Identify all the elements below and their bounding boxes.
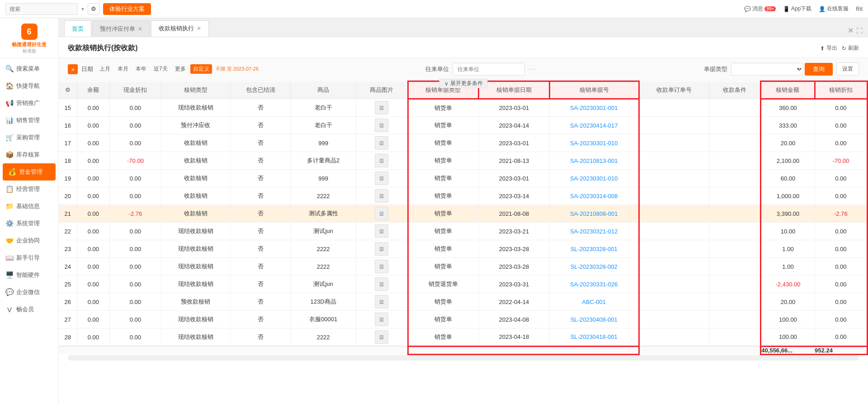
sidebar: 6 畅捷通谱好生意 标准版 🔍 搜索菜单 🏠 快捷导航 📢 营销推广 📊 销售管…	[0, 18, 59, 404]
dropdown-arrow-icon[interactable]: ▾	[81, 6, 84, 12]
row-writeoff-amount: 20.00	[761, 293, 815, 311]
window-maximize-icon[interactable]: ⛶	[856, 27, 863, 34]
expand-filter-button[interactable]: »	[68, 64, 78, 74]
wechat-icon: 💬	[5, 288, 14, 296]
row-balance: 0.00	[77, 258, 110, 276]
sidebar-item-operation[interactable]: 📋 经营管理	[0, 181, 58, 198]
sidebar-item-sales[interactable]: 📊 销售管理	[0, 112, 58, 129]
row-writeoff-amount: 1.00	[761, 258, 815, 276]
tab-writeoff-close-icon[interactable]: ✕	[197, 25, 201, 32]
row-cash-discount: 0.00	[110, 117, 161, 134]
horizontal-scrollbar[interactable]	[68, 355, 859, 361]
column-settings-icon[interactable]: ⚙	[65, 86, 71, 93]
sidebar-item-hardware[interactable]: 🖥️ 智能硬件	[0, 266, 58, 284]
row-voucher-no[interactable]: SA-20230321-012	[549, 223, 639, 240]
row-voucher-no[interactable]: SA-20230301-010	[549, 170, 639, 187]
finance-icon: 💰	[8, 168, 16, 176]
row-number: 24	[59, 258, 77, 276]
settings-gear-btn[interactable]: ⚙	[88, 3, 99, 15]
row-goods-img: 🖼	[356, 170, 408, 187]
sidebar-item-collab[interactable]: 🤝 企业协同	[0, 232, 58, 249]
row-voucher-no[interactable]: SA-20210813-001	[549, 152, 639, 170]
row-voucher-no[interactable]: SL-20230418-001	[549, 328, 639, 347]
counterpart-dots-icon[interactable]: ···	[528, 65, 537, 73]
query-button[interactable]: 查询	[805, 63, 833, 76]
row-goods: 老白干	[291, 99, 356, 117]
date-chip-7days[interactable]: 近7天	[151, 64, 170, 74]
tab-home[interactable]: 首页	[64, 20, 91, 37]
sidebar-item-inventory[interactable]: 📦 库存核算	[0, 146, 58, 163]
sidebar-item-base[interactable]: 📁 基础信息	[0, 198, 58, 215]
sidebar-item-wechat[interactable]: 💬 企业微信	[0, 284, 58, 301]
row-voucher-no[interactable]: SA-20230301-001	[549, 99, 639, 117]
row-voucher-no[interactable]: ABC-001	[549, 293, 639, 311]
sidebar-label-guide: 新手引导	[16, 254, 40, 262]
export-button[interactable]: ⬆ 导出	[820, 44, 837, 52]
sidebar-item-purchase[interactable]: 🛒 采购管理	[0, 129, 58, 146]
sidebar-item-search[interactable]: 🔍 搜索菜单	[0, 60, 58, 77]
top-search-input[interactable]	[5, 3, 78, 15]
expand-more-button[interactable]: ∨ 展开更多条件	[439, 79, 488, 88]
sidebar-item-shortcut[interactable]: 🏠 快捷导航	[0, 77, 58, 95]
tab-prepay-close-icon[interactable]: ✕	[138, 26, 142, 32]
row-number: 17	[59, 134, 77, 152]
row-voucher-no[interactable]: SL-20230408-001	[549, 311, 639, 328]
row-writeoff-discount: 0.00	[815, 223, 867, 240]
row-cash-discount: 0.00	[110, 134, 161, 152]
brand-area: 6 畅捷通谱好生意 标准版	[0, 18, 58, 58]
row-cash-discount: -70.00	[110, 152, 161, 170]
refresh-button[interactable]: ↻ 刷新	[842, 44, 859, 52]
date-chip-last-month[interactable]: 上月	[97, 64, 113, 74]
row-goods-img: 🖼	[356, 293, 408, 311]
row-receipt-order-no	[639, 223, 709, 240]
row-voucher-type: 销货单	[408, 152, 479, 170]
sidebar-item-system[interactable]: ⚙️ 系统管理	[0, 215, 58, 232]
sidebar-item-guide[interactable]: 📖 新手引导	[0, 249, 58, 266]
row-voucher-date: 2023-03-01	[479, 170, 550, 187]
goods-image: 🖼	[375, 242, 388, 256]
date-chip-more[interactable]: 更多	[172, 64, 189, 74]
row-receipt-order-no	[639, 170, 709, 187]
expand-more-label: 展开更多条件	[450, 80, 483, 87]
sidebar-item-marketing[interactable]: 📢 营销推广	[0, 95, 58, 112]
voucher-type-select[interactable]	[731, 63, 803, 76]
trial-button[interactable]: 体验行业方案	[103, 3, 151, 15]
counterpart-input[interactable]	[453, 63, 525, 76]
filter-setting-button[interactable]: 设置	[836, 62, 859, 76]
online-service-button[interactable]: 👤 在线客服	[819, 5, 849, 13]
message-button[interactable]: 💬 消息 99+	[744, 5, 776, 13]
row-voucher-no[interactable]: SA-20230314-008	[549, 187, 639, 205]
date-chip-this-year[interactable]: 本年	[133, 64, 149, 74]
row-include-settled: 否	[231, 134, 291, 152]
sidebar-item-finance[interactable]: 💰 资金管理	[3, 163, 56, 181]
tab-prepay[interactable]: 预付冲应付单 ✕	[92, 20, 150, 37]
row-writeoff-amount: 333.00	[761, 117, 815, 134]
table-row: 280.000.00现结收款核销否2222🖼销货单2023-04-18SL-20…	[59, 328, 868, 347]
app-download-button[interactable]: 📱 App下载	[783, 5, 811, 13]
sidebar-label-system: 系统管理	[16, 219, 40, 228]
row-voucher-no[interactable]: SA-20230414-017	[549, 117, 639, 134]
row-number: 16	[59, 117, 77, 134]
sidebar-item-member[interactable]: V 畅会员	[0, 301, 58, 318]
table-container: ⚙ 余额 现金折扣 核销类型 包含已结清 商品 商品图片 核销单据类型 核销单据…	[59, 81, 868, 388]
row-include-settled: 否	[231, 293, 291, 311]
row-balance: 0.00	[77, 328, 110, 347]
row-voucher-no[interactable]: SL-20230328-001	[549, 240, 639, 258]
row-number: 26	[59, 293, 77, 311]
col-header-settings[interactable]: ⚙	[59, 81, 77, 99]
date-chip-custom[interactable]: 自定义	[190, 64, 212, 74]
window-close-icon[interactable]: ✕	[848, 26, 854, 35]
row-writeoff-type: 预收款核销	[161, 293, 230, 311]
goods-image: 🖼	[375, 136, 388, 150]
user-area[interactable]: Rit	[856, 6, 863, 12]
row-voucher-no[interactable]: SA-20230301-010	[549, 134, 639, 152]
row-voucher-type: 销货单	[408, 258, 479, 276]
row-voucher-no[interactable]: SA-20230331-026	[549, 276, 639, 293]
sidebar-label-hardware: 智能硬件	[16, 271, 40, 279]
date-chip-this-month[interactable]: 本月	[115, 64, 131, 74]
row-voucher-no[interactable]: SA-20210808-001	[549, 205, 639, 223]
tab-writeoff[interactable]: 收款核销执行 ✕	[151, 20, 209, 37]
row-payment-terms	[709, 293, 761, 311]
row-voucher-no[interactable]: SL-20230328-002	[549, 258, 639, 276]
row-goods-img: 🖼	[356, 205, 408, 223]
